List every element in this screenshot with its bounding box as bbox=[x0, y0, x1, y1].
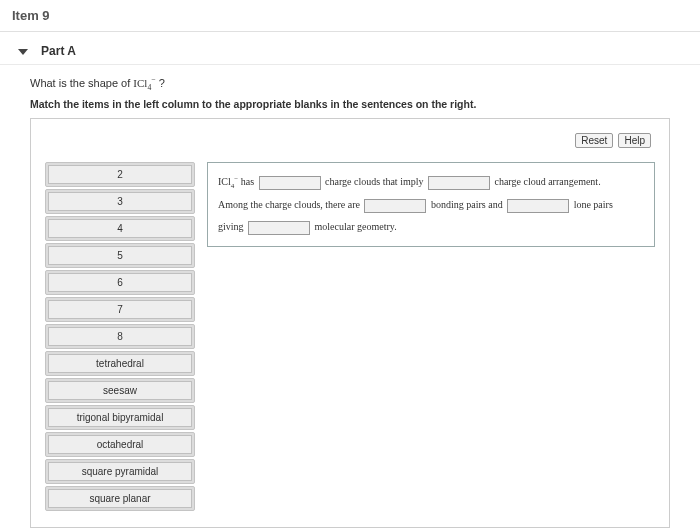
tile-3[interactable]: 3 bbox=[48, 192, 192, 211]
sent1-mid: charge clouds that imply bbox=[325, 176, 423, 187]
question-pre: What is the shape of bbox=[30, 77, 133, 89]
blank-5[interactable] bbox=[248, 221, 310, 235]
part-header[interactable]: Part A bbox=[0, 36, 700, 65]
tile-wrap: seesaw bbox=[45, 378, 195, 403]
question-formula: ICl4− bbox=[133, 77, 155, 89]
work-area: Reset Help 2 3 4 5 6 7 8 tetrahedral see… bbox=[30, 118, 670, 528]
tile-4[interactable]: 4 bbox=[48, 219, 192, 238]
reset-button[interactable]: Reset bbox=[575, 133, 613, 148]
tile-tetrahedral[interactable]: tetrahedral bbox=[48, 354, 192, 373]
item-header: Item 9 bbox=[0, 0, 700, 32]
tile-6[interactable]: 6 bbox=[48, 273, 192, 292]
sent1-end: charge cloud arrangement. bbox=[494, 176, 600, 187]
tile-5[interactable]: 5 bbox=[48, 246, 192, 265]
sent1-pre: ICl4− has bbox=[218, 176, 254, 187]
sentence-box: ICl4− has charge clouds that imply charg… bbox=[207, 162, 655, 247]
item-number: Item 9 bbox=[12, 8, 50, 23]
sent2-mid: bonding pairs and bbox=[431, 199, 503, 210]
tile-square-pyramidal[interactable]: square pyramidal bbox=[48, 462, 192, 481]
tile-7[interactable]: 7 bbox=[48, 300, 192, 319]
question-text: What is the shape of ICl4− ? bbox=[30, 75, 670, 92]
tile-wrap: 3 bbox=[45, 189, 195, 214]
sentence-column: ICl4− has charge clouds that imply charg… bbox=[207, 162, 655, 247]
tile-wrap: 4 bbox=[45, 216, 195, 241]
tile-wrap: 6 bbox=[45, 270, 195, 295]
tile-wrap: trigonal bipyramidal bbox=[45, 405, 195, 430]
tile-wrap: square planar bbox=[45, 486, 195, 511]
sent3-end: molecular geometry. bbox=[315, 221, 397, 232]
sent2-pre: Among the charge clouds, there are bbox=[218, 199, 360, 210]
question-post: ? bbox=[159, 77, 165, 89]
tile-octahedral[interactable]: octahedral bbox=[48, 435, 192, 454]
tile-wrap: 7 bbox=[45, 297, 195, 322]
tile-wrap: 2 bbox=[45, 162, 195, 187]
sent2-end: lone pairs bbox=[574, 199, 613, 210]
tile-wrap: tetrahedral bbox=[45, 351, 195, 376]
tile-wrap: 5 bbox=[45, 243, 195, 268]
tile-seesaw[interactable]: seesaw bbox=[48, 381, 192, 400]
top-buttons: Reset Help bbox=[45, 133, 655, 162]
part-label: Part A bbox=[41, 44, 76, 58]
caret-down-icon bbox=[18, 49, 28, 55]
blank-4[interactable] bbox=[507, 199, 569, 213]
blank-2[interactable] bbox=[428, 176, 490, 190]
question-instruction: Match the items in the left column to th… bbox=[30, 98, 670, 110]
blank-1[interactable] bbox=[259, 176, 321, 190]
tile-wrap: octahedral bbox=[45, 432, 195, 457]
tiles-column: 2 3 4 5 6 7 8 tetrahedral seesaw trigona… bbox=[45, 162, 195, 513]
tile-2[interactable]: 2 bbox=[48, 165, 192, 184]
tile-wrap: 8 bbox=[45, 324, 195, 349]
help-button[interactable]: Help bbox=[618, 133, 651, 148]
tile-square-planar[interactable]: square planar bbox=[48, 489, 192, 508]
sent3-pre: giving bbox=[218, 221, 244, 232]
tile-wrap: square pyramidal bbox=[45, 459, 195, 484]
tile-8[interactable]: 8 bbox=[48, 327, 192, 346]
tile-trigonal-bipyramidal[interactable]: trigonal bipyramidal bbox=[48, 408, 192, 427]
blank-3[interactable] bbox=[364, 199, 426, 213]
content-area: What is the shape of ICl4− ? Match the i… bbox=[0, 65, 700, 529]
